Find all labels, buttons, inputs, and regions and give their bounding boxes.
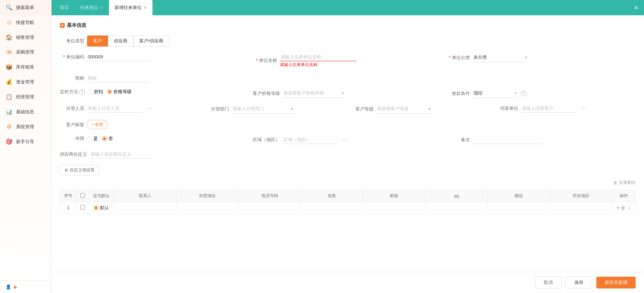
sidebar-item-system[interactable]: ⚙ 系统管理 [0,119,51,134]
add-row-button[interactable]: + [616,205,619,211]
row-index: 1 [60,202,77,214]
row-region[interactable] [550,202,612,214]
row-fax[interactable] [301,202,363,214]
remark-field: 备注 [446,136,636,144]
email-input[interactable] [367,205,422,210]
row-wechat[interactable] [488,202,550,214]
disabled-yes[interactable]: 是 [87,136,98,142]
phone-input[interactable] [242,205,297,210]
sidebar-item-sales[interactable]: 🏠 销售管理 [0,30,51,45]
save-new-button[interactable]: 保存并新增 [596,277,636,288]
qq-input[interactable] [429,205,484,210]
payment-condition-chevron: ▼ [514,91,517,95]
disabled-no[interactable]: 否 [102,136,113,142]
tabs-bar: 首页 往来单位 ✕ 新增往来单位 ✕ ✕ [52,0,644,15]
tab-partners[interactable]: 往来单位 ✕ [74,0,109,15]
custom-settings-button[interactable]: ⚙ 自定义项设置 [60,165,99,176]
tab-partners-close[interactable]: ✕ [100,6,103,10]
department-select[interactable]: 请输入分管部门 ▼ [232,104,294,114]
guide-icon: 🎯 [6,138,13,145]
batch-delete-icon: 🗑 [613,180,618,185]
row-default: 默认 [89,202,114,214]
department-field: 分管部门 请输入分管部门 ▼ [205,104,347,114]
wechat-input[interactable] [491,205,546,210]
unit-type-supplier[interactable]: 供应商 [108,35,133,47]
tab-new-partner[interactable]: 新增往来单位 ✕ [109,0,152,15]
disabled-radio-group: 是 否 [87,136,113,142]
alias-input[interactable] [87,74,150,82]
sidebar-item-purchase[interactable]: 🛍 采购管理 [0,45,51,59]
unit-type-both[interactable]: 客户/供应商 [133,35,169,47]
close-all-tabs[interactable]: ✕ [631,5,641,11]
pricing-discount[interactable]: 折扣 [88,89,103,95]
row-qq[interactable] [425,202,488,214]
unit-code-input[interactable] [87,53,150,61]
col-qq: qq [425,190,488,202]
select-all-checkbox[interactable] [80,193,85,198]
batch-delete-label[interactable]: 批量删除 [619,180,636,186]
sidebar-item-search[interactable]: 🔍 搜索菜单 [0,0,51,15]
unit-type-customer[interactable]: 客户 [87,35,108,47]
disabled-region-row: 停用 是 否 区域（地区） ··· 备注 [60,136,636,144]
manager-more[interactable]: ··· [146,105,153,112]
sidebar-item-inventory[interactable]: 📦 库存核算 [0,59,51,74]
region-more[interactable]: ··· [341,137,348,143]
settlement-input[interactable] [521,104,577,113]
region-input[interactable] [283,136,338,144]
pricing-help-icon[interactable]: ? [79,89,85,95]
contact-input[interactable] [118,205,173,210]
unit-code-label: * 单位编码 [60,54,84,60]
tab-home[interactable]: 首页 [54,0,74,15]
col-fax: 传真 [301,190,363,202]
manager-input[interactable] [87,104,143,113]
address-input[interactable] [180,205,235,210]
row-contact[interactable] [114,202,176,214]
add-tag-button[interactable]: + 标签 [87,120,108,129]
sidebar-item-finance[interactable]: 💰 资金管理 [0,74,51,89]
sidebar-item-guide[interactable]: 🎯 新手引导 [0,134,51,149]
tab-new-partner-close[interactable]: ✕ [144,6,147,10]
region-field: 区域（地区） ··· [253,136,443,144]
system-icon: ⚙ [6,123,13,130]
row-email[interactable] [363,202,425,214]
basic-icon: 📊 [6,108,13,115]
supplier-custom-input[interactable] [90,150,152,158]
alias-row: 简称 [60,74,636,82]
col-default: 设为默认 [89,190,114,202]
unit-name-label: * 单位名称 [253,57,277,64]
save-button[interactable]: 保存 [566,276,592,289]
unit-category-field: * 单位分类 未分类 ▼ [446,53,636,62]
fax-input[interactable] [304,205,359,210]
table-region-input[interactable] [553,205,608,210]
sidebar-item-quick-nav[interactable]: ⊙ 快捷导航 [0,15,51,30]
tags-field: 客户标签 + 标签 [60,120,636,129]
pricing-radio-group: 折扣 价格等级 [88,89,132,95]
unit-category-chevron: ▼ [524,56,528,59]
unit-type-row: 单位类型 客户 供应商 客户/供应商 [60,35,636,47]
customer-level-select[interactable]: 请选择客户等级 ▼ [376,104,432,114]
row-address[interactable] [176,202,238,214]
department-label: 分管部门 [205,106,229,112]
sidebar-item-basic[interactable]: 📊 基础信息 [0,104,51,119]
customer-price-level-select[interactable]: 请选择客户价格等级 ▼ [283,89,345,98]
unit-category-select[interactable]: 未分类 ▼ [473,53,528,62]
col-address: 到货地址 [176,190,238,202]
department-chevron: ▼ [290,107,294,111]
remark-input[interactable] [473,136,542,144]
payment-condition-select[interactable]: 现结 ▼ [473,89,518,98]
row-default-radio[interactable]: 默认 [93,205,110,211]
sidebar-item-operation[interactable]: 📋 经营管理 [0,89,51,104]
pricing-price-level[interactable]: 价格等级 [107,89,132,95]
cancel-button[interactable]: 取消 [535,276,561,289]
row-checkbox [77,202,89,214]
settlement-label: 结算单位 [494,105,518,112]
default-radio-circle [94,205,99,210]
unit-name-input[interactable] [280,53,356,61]
col-contact: 联系人 [114,190,176,202]
del-row-button[interactable]: 🗑 [621,205,626,211]
payment-help-icon[interactable]: ? [521,91,526,96]
row-select-checkbox[interactable] [80,205,85,210]
col-phone: 电话号码 [238,190,301,202]
row-phone[interactable] [238,202,301,214]
settlement-more[interactable]: ··· [580,105,587,112]
